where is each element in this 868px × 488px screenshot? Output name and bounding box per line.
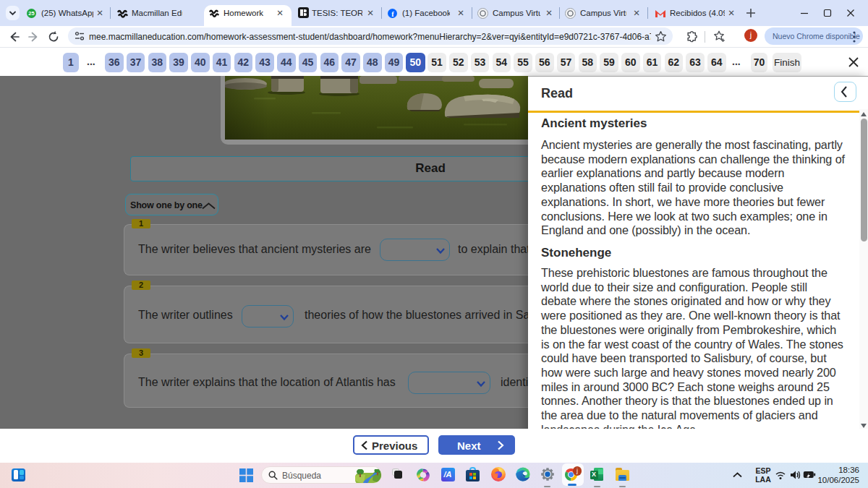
svg-text:25: 25 [28,10,34,17]
